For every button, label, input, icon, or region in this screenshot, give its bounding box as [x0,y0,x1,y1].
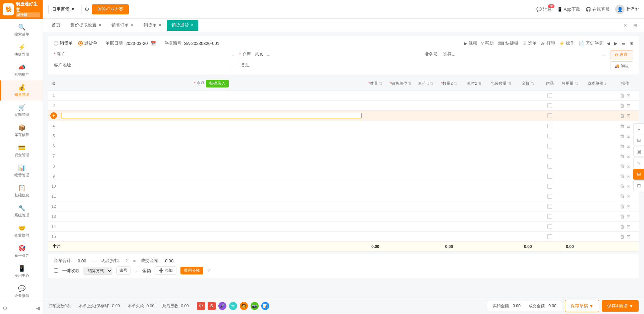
amount-cell-9[interactable] [515,171,541,181]
view-toggle-2[interactable]: ⊞ [630,41,633,46]
qty-cell-15[interactable] [364,232,387,242]
topbar-gear-icon[interactable]: ⚙ [85,6,89,12]
sidebar-item-13[interactable]: 💬企业微信 [0,281,43,302]
pack-cell-8[interactable] [488,161,515,171]
qty2-cell-2[interactable] [437,101,461,111]
qty-cell-7[interactable] [364,151,387,161]
delete-icon-9[interactable]: 🗑 [620,174,625,179]
copy-icon-15[interactable]: ⊡ [627,234,631,239]
gift-checkbox-2[interactable] [547,103,552,108]
pack-cell-6[interactable] [488,141,515,151]
qty2-cell-12[interactable] [437,201,461,211]
tabs-maximize-btn[interactable]: ⊞ [631,23,640,28]
radio-return-order[interactable]: 退货单 [78,40,97,46]
tool-history[interactable]: 📄 历史单据 [579,40,603,46]
product-cell-8[interactable] [59,161,364,171]
delete-icon-14[interactable]: 🗑 [620,224,625,229]
qty-cell-1[interactable] [364,90,387,101]
avail-cell-1[interactable] [558,90,582,101]
collapse-icon[interactable]: ◀ [36,305,40,311]
cost-cell-5[interactable] [582,131,612,141]
tab-close-4[interactable]: ✕ [191,23,194,27]
unit2-sort-icon[interactable]: ⇅ [478,81,482,86]
save-new-btn[interactable]: 保存&新增 ▼ [602,300,639,312]
copy-icon-11[interactable]: ⊡ [627,194,631,199]
taskbar-icon-s[interactable]: S [208,302,216,310]
pack-cell-4[interactable] [488,121,515,131]
tool-select[interactable]: ☑ 选单 [523,40,537,46]
qty-cell-2[interactable] [364,101,387,111]
account-select[interactable]: 账号 [116,266,130,275]
tool-operation[interactable]: ⚡ 操作 [559,40,575,46]
product-cell-10[interactable] [59,181,364,191]
gift-checkbox-3[interactable] [547,113,552,118]
unit-cell-8[interactable] [387,161,414,171]
customer-input[interactable] [68,50,228,58]
tool-video[interactable]: ▶ 视频 [464,40,477,46]
price-cell-3[interactable] [414,111,437,121]
qty2-cell-1[interactable] [437,90,461,101]
delete-icon-13[interactable]: 🗑 [620,214,625,219]
category-select[interactable]: 日用百货 ▼ [48,5,82,14]
tab-close-1[interactable]: ✕ [99,23,101,27]
gift-checkbox-10[interactable] [547,184,552,189]
tab-3[interactable]: 销货单✕ [139,20,166,31]
product-cell-9[interactable] [59,171,364,181]
price-cell-8[interactable] [414,161,437,171]
sidebar-item-10[interactable]: 🤝企业协同 [0,221,43,241]
pack-cell-11[interactable] [488,191,515,201]
price-cell-10[interactable] [414,181,437,191]
price-cell-14[interactable] [414,222,437,232]
pack-cell-2[interactable] [488,101,515,111]
amount-cell-3[interactable] [515,111,541,121]
qty-cell-3[interactable] [364,111,387,121]
one-click-payment-checkbox[interactable] [54,268,58,273]
tab-close-3[interactable]: ✕ [159,23,161,27]
copy-icon-12[interactable]: ⊡ [627,204,631,209]
date-picker-icon[interactable]: 📅 [151,41,156,46]
salesperson-lookup-btn[interactable]: ... [601,52,605,57]
delete-icon-2[interactable]: 🗑 [620,103,625,108]
fee-split-btn[interactable]: 费用分摊 [180,267,203,274]
pack-sort-icon[interactable]: ⇅ [508,81,512,86]
delete-icon-5[interactable]: 🗑 [620,133,625,139]
product-cell-6[interactable] [59,141,364,151]
qty2-cell-7[interactable] [437,151,461,161]
avail-cell-14[interactable] [558,222,582,232]
sidebar-item-4[interactable]: 🛒采购管理 [0,101,43,121]
unit-cell-12[interactable] [387,201,414,211]
avail-cell-7[interactable] [558,151,582,161]
float-icon-2[interactable]: ⊞ [633,135,644,145]
gift-checkbox-15[interactable] [547,234,552,239]
unit2-cell-7[interactable] [461,151,488,161]
delete-icon-8[interactable]: 🗑 [620,164,625,169]
gift-checkbox-6[interactable] [547,144,552,148]
taskbar-icon-eye[interactable]: 👁 [229,302,237,310]
avail-cell-4[interactable] [558,121,582,131]
product-cell-3[interactable] [59,111,364,121]
price-cell-13[interactable] [414,211,437,222]
pack-cell-10[interactable] [488,181,515,191]
unit2-cell-8[interactable] [461,161,488,171]
unit-cell-1[interactable] [387,90,414,101]
cost-cell-15[interactable] [582,232,612,242]
unit-cell-6[interactable] [387,141,414,151]
gift-checkbox-5[interactable] [547,134,552,138]
cost-cell-6[interactable] [582,141,612,151]
sidebar-item-7[interactable]: 📊经营管理 [0,161,43,181]
settings-side-btn[interactable]: ⚙ 设置 [610,50,633,59]
product-cell-11[interactable] [59,191,364,201]
delete-icon-1[interactable]: 🗑 [620,93,625,98]
tabs-close-btn[interactable]: ✕ [621,23,630,28]
account-lookup-dots[interactable]: ... [135,268,138,273]
delete-icon-3[interactable]: 🗑 [620,113,625,118]
float-icon-6[interactable]: ⊡ [633,180,644,191]
delete-icon-12[interactable]: 🗑 [620,204,625,209]
float-icon-1[interactable]: ≡ [633,123,644,134]
warehouse-lookup-btn[interactable]: ... [267,52,270,57]
fee-help-icon[interactable]: ? [207,268,210,273]
unit-cell-10[interactable] [387,181,414,191]
sidebar-item-2[interactable]: 📣营销推广 [0,60,43,80]
next-record-btn[interactable]: ▶ [614,41,618,46]
cost-cell-3[interactable] [582,111,612,121]
